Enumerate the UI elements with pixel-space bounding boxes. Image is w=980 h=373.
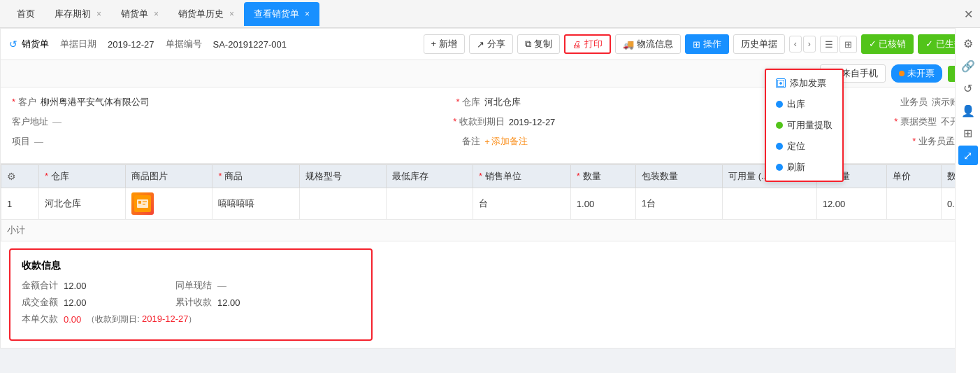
refresh-item[interactable]: 刷新 — [766, 157, 842, 178]
col-gear: ⚙ — [1, 165, 39, 188]
doc-header: ↺ 销货单 单据日期 2019-12-27 单据编号 SA-20191227-0… — [1, 29, 979, 60]
list-view-button[interactable]: ☰ — [820, 36, 838, 53]
cell-min-stock — [386, 188, 473, 220]
col-pkg-qty: 包装数量 — [635, 165, 722, 188]
copy-icon: ⧉ — [525, 38, 531, 50]
cell-qty: 1.00 — [570, 188, 635, 220]
checked-button[interactable]: ✓ 已核销 — [861, 34, 914, 54]
outstanding-value: 0.00 — [64, 314, 81, 325]
doc-meta: 单据日期 2019-12-27 单据编号 SA-20191227-001 — [60, 38, 287, 50]
sidebar-expand-icon[interactable]: ⤢ — [958, 146, 978, 165]
deal-amount-label: 成交金额 — [22, 296, 58, 309]
total-amount-value: 12.00 — [64, 281, 87, 291]
from-phone-label: 来自手机 — [842, 67, 878, 80]
next-button[interactable]: › — [803, 36, 816, 52]
same-settle-label: 同单现结 — [175, 279, 212, 292]
summary-title: 收款信息 — [22, 260, 360, 272]
col-product: 商品 — [212, 165, 299, 188]
total-amount-label: 金额合计 — [22, 279, 58, 292]
summary-row-1: 金额合计 12.00 同单现结 — — [22, 279, 360, 292]
tab-sales-history[interactable]: 销货单历史 × — [168, 2, 244, 26]
gear-icon[interactable]: ⚙ — [7, 171, 16, 182]
sidebar-link-icon[interactable]: 🔗 — [958, 56, 978, 76]
not-open-button[interactable]: 未开票 — [891, 64, 942, 83]
view-icons: ☰ ⊞ — [820, 36, 857, 53]
share-icon: ↗ — [477, 39, 484, 50]
accumulated-label: 累计收款 — [175, 296, 212, 309]
logistics-icon: 🚚 — [623, 39, 634, 50]
not-open-dot — [899, 71, 905, 76]
date-label: 单据日期 — [60, 38, 96, 50]
tab-view-close[interactable]: × — [305, 9, 310, 19]
share-button[interactable]: ↗ 分享 — [469, 34, 513, 54]
outbound-icon — [776, 101, 783, 108]
add-remark-button[interactable]: + 添加备注 — [484, 135, 528, 148]
copy-label: 复制 — [534, 38, 552, 50]
accumulated-value: 12.00 — [217, 297, 240, 308]
copy-button[interactable]: ⧉ 复制 — [517, 34, 560, 54]
operation-dropdown: 添加发票 出库 可用量提取 定位 刷新 — [765, 69, 844, 182]
number-label: 单据编号 — [166, 38, 202, 50]
print-button[interactable]: 🖨 打印 — [564, 34, 611, 54]
locate-icon — [776, 143, 783, 150]
sidebar-user-icon[interactable]: 👤 — [958, 101, 978, 120]
outstanding-field: 本单欠款 0.00 （收款到期日: 2019-12-27） — [22, 313, 196, 325]
tab-history-close[interactable]: × — [229, 9, 234, 19]
grid-view-button[interactable]: ⊞ — [840, 36, 857, 53]
address-label: 客户地址 — [12, 115, 48, 128]
cell-pkg: 1台 — [635, 188, 722, 220]
history-button[interactable]: 历史单据 — [733, 34, 785, 54]
customer-field: 客户 柳州粤港平安气体有限公司 — [12, 96, 435, 108]
add-label: + 新增 — [431, 38, 457, 50]
customer-label: 客户 — [12, 96, 36, 108]
remark-label: 备注 — [462, 135, 480, 148]
add-remark-label: 添加备注 — [491, 135, 528, 148]
address-field: 客户地址 — — [12, 115, 432, 128]
same-settle-field: 同单现结 — — [175, 279, 301, 292]
right-sidebar: ⚙ 🔗 ↺ 👤 ⊞ ⤢ — [955, 28, 980, 373]
sidebar-refresh-icon[interactable]: ↺ — [958, 78, 978, 98]
sidebar-data-icon[interactable]: ⊞ — [958, 123, 978, 143]
tab-inventory-close[interactable]: × — [96, 9, 101, 19]
prev-button[interactable]: ‹ — [789, 36, 802, 52]
tab-history-label: 销货单历史 — [178, 8, 224, 20]
logistics-button[interactable]: 🚚 物流信息 — [615, 34, 681, 54]
address-value: — — [52, 117, 62, 127]
available-qty-item[interactable]: 可用量提取 — [766, 115, 842, 136]
due-date-label: 收款到期日 — [453, 115, 505, 128]
tab-sales-close[interactable]: × — [154, 9, 159, 19]
table-row: 1 河北仓库 — [1, 188, 979, 220]
svg-rect-3 — [143, 201, 147, 202]
not-open-label: 未开票 — [907, 67, 935, 80]
tab-sales-order[interactable]: 销货单 × — [111, 2, 168, 26]
same-settle-value: — — [217, 281, 226, 291]
window-close-button[interactable]: ✕ — [964, 7, 973, 20]
locate-item[interactable]: 定位 — [766, 136, 842, 157]
available-qty-label: 可用量提取 — [787, 119, 833, 132]
add-button[interactable]: + 新增 — [424, 34, 465, 54]
operation-button[interactable]: ⊞ 操作 — [685, 34, 729, 54]
history-label: 历史单据 — [741, 38, 777, 50]
project-value: — — [34, 136, 43, 147]
tab-inventory-init[interactable]: 库存期初 × — [45, 2, 111, 26]
col-img: 商品图片 — [126, 165, 212, 188]
toolbar: + 新增 ↗ 分享 ⧉ 复制 🖨 打印 🚚 物流信息 — [424, 34, 971, 54]
sidebar-settings-icon[interactable]: ⚙ — [958, 34, 978, 53]
add-remark-icon: + — [484, 136, 490, 147]
add-invoice-icon — [776, 78, 786, 88]
svg-rect-4 — [143, 204, 145, 205]
add-invoice-item[interactable]: 添加发票 — [766, 73, 842, 94]
due-date-value: 2019-12-27 — [509, 117, 556, 127]
doc-title: ↺ 销货单 — [9, 38, 49, 50]
product-image — [131, 192, 154, 215]
summary-row-2: 成交金额 12.00 累计收款 12.00 — [22, 296, 360, 309]
due-date-note: 2019-12-27 — [142, 314, 189, 324]
staff-label: 业务员 — [900, 96, 928, 108]
tab-view-sales[interactable]: 查看销货单 × — [244, 2, 319, 26]
outbound-item[interactable]: 出库 — [766, 94, 842, 115]
cell-unit: 台 — [473, 188, 571, 220]
warehouse-label: 仓库 — [456, 96, 481, 108]
print-icon: 🖨 — [572, 39, 582, 50]
tab-home[interactable]: 首页 — [7, 2, 45, 26]
subtotal-row: 小计 — [1, 220, 979, 241]
